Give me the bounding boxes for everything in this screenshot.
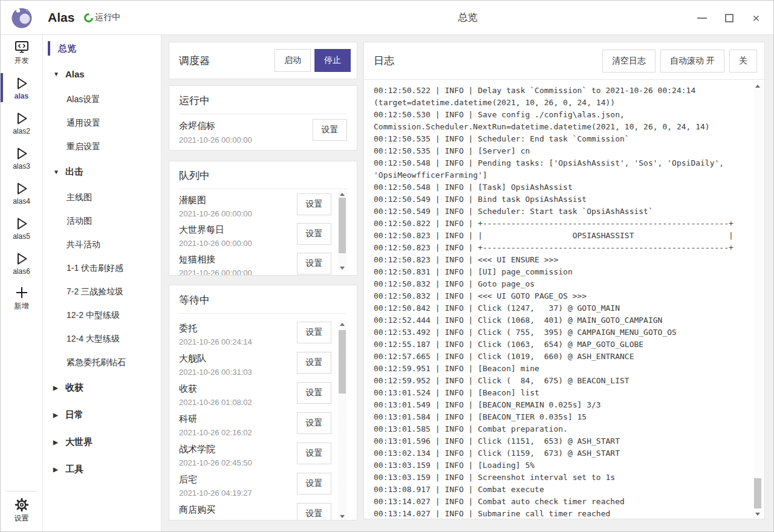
task-setting-button[interactable]: 设置	[297, 443, 331, 464]
play-icon	[14, 251, 30, 267]
menu-item[interactable]: ▶ 日常	[43, 401, 161, 429]
menu-item[interactable]: 重启设置	[43, 135, 161, 158]
task-name: 大舰队	[179, 352, 252, 365]
task-name: 大世界每日	[179, 223, 252, 236]
menu-item[interactable]: 12-4 大型练级	[43, 327, 161, 351]
task-time: 2021-10-26 04:19:27	[179, 487, 252, 499]
menu-item-label: 12-2 中型练级	[67, 310, 120, 321]
menu-item[interactable]: ▼ 出击	[43, 158, 161, 186]
log-line: 00:12:59.951 | INFO | [Beacon] mine	[374, 363, 751, 375]
task-name: 潜艇图	[179, 193, 252, 206]
log-card: 日志 清空日志 自动滚动 开 关 00:12:50.522 | INFO | D…	[363, 42, 765, 519]
menu-item-label: 大世界	[65, 436, 93, 448]
expander-arrow-icon: ▶	[53, 412, 65, 418]
scroll-up-icon[interactable]	[338, 190, 346, 198]
task-name: 商店购买	[179, 503, 215, 516]
task-setting-button[interactable]: 设置	[297, 473, 331, 495]
menu-item[interactable]: 紧急委托刷钻石	[43, 351, 161, 374]
log-line: 00:12:50.535 | INFO | Scheduler: End tas…	[374, 133, 751, 145]
nav-rail-item[interactable]: alas4	[1, 175, 42, 210]
clear-log-button[interactable]: 清空日志	[602, 50, 655, 73]
scroll-down-icon[interactable]	[338, 264, 346, 271]
scroll-up-icon[interactable]	[753, 82, 762, 89]
task-time: 2021-10-26 00:31:03	[179, 366, 252, 378]
scroll-down-icon[interactable]	[338, 513, 346, 520]
nav-rail-item[interactable]: 新增	[1, 281, 42, 316]
menu-item[interactable]: 共斗活动	[43, 233, 161, 256]
task-setting-button[interactable]: 设置	[297, 223, 331, 245]
nav-rail-item[interactable]: alas2	[1, 105, 42, 140]
task-time: 2021-10-26 02:16:02	[179, 427, 252, 438]
window-controls: ×	[688, 1, 770, 35]
task-time: 2021-10-26 02:45:50	[179, 457, 252, 469]
scroll-up-icon[interactable]	[338, 320, 346, 328]
expander-arrow-icon: ▶	[53, 466, 65, 473]
log-line: 00:12:50.548 | INFO | [Task] OpsiAshAssi…	[374, 181, 751, 193]
scrollbar-thumb[interactable]	[339, 330, 346, 394]
queued-scrollbar[interactable]	[338, 190, 346, 271]
task-setting-button[interactable]: 设置	[313, 119, 347, 141]
expander-arrow-icon: ▶	[53, 439, 65, 446]
task-setting-button[interactable]: 设置	[297, 322, 331, 343]
app-title: Alas	[48, 10, 74, 25]
menu-item[interactable]: ▼ Alas	[43, 60, 161, 88]
menu-item[interactable]: ▶ 大世界	[43, 429, 161, 456]
scheduler-status: 运行中	[84, 12, 120, 23]
scheduler-column: 调度器 启动 停止 运行中 余烬信标 2021-10-26 00:00:00 设…	[169, 42, 357, 521]
maximize-button[interactable]	[715, 6, 743, 30]
menu-item[interactable]: ▶ 收获	[43, 374, 161, 401]
autoscroll-toggle-button[interactable]: 自动滚动 开	[660, 50, 724, 73]
task-setting-button[interactable]: 设置	[297, 352, 331, 374]
play-icon	[14, 111, 30, 126]
log-line: 00:12:50.535 | INFO | [Server] cn	[374, 145, 751, 157]
waiting-list: 委托 2021-10-26 00:24:14 设置 大舰队 2021-10-26…	[179, 320, 331, 520]
menu-item-label: 主线图	[67, 192, 92, 203]
log-line: 00:13:14.027 | INFO | Submarine call tim…	[374, 508, 751, 517]
nav-rail-item[interactable]: alas	[1, 70, 42, 105]
menu-item[interactable]: 7-2 三战捡垃圾	[43, 280, 161, 303]
minimize-button[interactable]	[688, 6, 715, 30]
task-setting-button[interactable]: 设置	[297, 503, 331, 520]
log-line: 00:12:50.549 | INFO | Scheduler: Start t…	[374, 206, 751, 218]
waiting-title: 等待中	[179, 293, 347, 314]
menu-item[interactable]: 主线图	[43, 186, 161, 209]
log-scrollbar[interactable]	[753, 82, 762, 517]
task-setting-button[interactable]: 设置	[297, 193, 331, 215]
stop-button[interactable]: 停止	[314, 49, 351, 72]
log-line: 00:12:57.665 | INFO | Click (1019, 660) …	[374, 351, 751, 363]
settings-button[interactable]: 设置	[5, 491, 37, 529]
nav-rail-item[interactable]: alas3	[1, 140, 42, 175]
menu-item[interactable]: 总览	[43, 36, 161, 60]
log-line: 00:12:50.530 | INFO | Save config ./conf…	[374, 109, 751, 133]
task-setting-button[interactable]: 设置	[297, 382, 331, 404]
nav-rail-item[interactable]: alas5	[1, 210, 42, 245]
task-setting-button[interactable]: 设置	[297, 253, 331, 274]
task-name: 余烬信标	[179, 119, 252, 132]
nav-rail-item[interactable]: 开发	[1, 35, 42, 70]
menu-item[interactable]: 活动图	[43, 209, 161, 233]
task-setting-button[interactable]: 设置	[297, 412, 331, 434]
plus-icon	[14, 285, 30, 300]
waiting-scrollbar[interactable]	[338, 320, 346, 520]
menu-item[interactable]: Alas设置	[43, 88, 161, 111]
log-line: 00:13:14.027 | INFO | Combat auto check …	[374, 496, 751, 508]
scrollbar-thumb[interactable]	[339, 198, 346, 253]
nav-rail-item[interactable]: alas6	[1, 245, 42, 281]
menu-item[interactable]: 通用设置	[43, 111, 161, 135]
minimize-icon	[697, 18, 707, 19]
menu-item[interactable]: 1-1 伏击刷好感	[43, 256, 161, 280]
start-button[interactable]: 启动	[275, 49, 311, 72]
menu-item-label: 工具	[65, 464, 83, 475]
task-row: 收获 2021-10-26 01:08:02 设置	[179, 381, 331, 411]
running-card: 运行中 余烬信标 2021-10-26 00:00:00 设置	[169, 85, 357, 151]
scrollbar-thumb[interactable]	[754, 478, 761, 508]
menu-item-label: 7-2 三战捡垃圾	[67, 287, 123, 297]
autoscroll-off-button[interactable]: 关	[729, 50, 757, 73]
scroll-down-icon[interactable]	[753, 510, 762, 517]
nav-rail-item-label: alas5	[13, 232, 30, 241]
close-button[interactable]: ×	[743, 6, 770, 30]
menu-item-label: 通用设置	[67, 118, 100, 129]
log-line: 00:13:01.549 | INFO | [BEACON_REMAIN 0.0…	[374, 399, 751, 411]
menu-item[interactable]: ▶ 工具	[43, 456, 161, 483]
menu-item[interactable]: 12-2 中型练级	[43, 303, 161, 327]
